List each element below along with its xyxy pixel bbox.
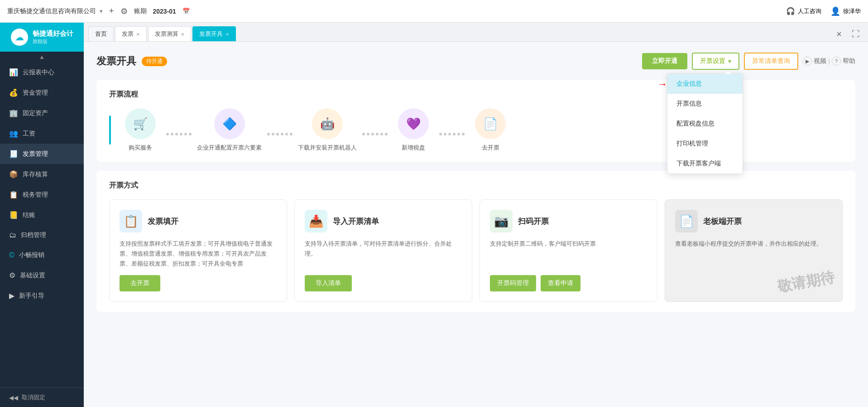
add-company-button[interactable]: + (109, 6, 114, 16)
cancel-fixed-button[interactable]: ◀◀ 取消固定 (0, 388, 84, 407)
sidebar-item-jiezhang-label: 结账 (23, 211, 35, 219)
scan-title: 扫码开票 (518, 216, 549, 227)
calendar-icon[interactable]: 📅 (182, 8, 190, 15)
method-section-title: 开票方式 (109, 181, 843, 190)
user-avatar-icon: 👤 (830, 6, 840, 16)
method-section: 开票方式 📋 发票填开 支持按照发票样式手工填开发票；可开具增值税电子普通发票、… (96, 171, 855, 312)
flow-connector-3 (362, 125, 388, 136)
flow-step-2-icon: 🔷 (214, 108, 245, 139)
flow-connector-2 (267, 125, 293, 136)
sidebar-item-jichushezhi[interactable]: ⚙ 基础设置 (0, 265, 84, 286)
tab-home-label: 首页 (95, 30, 107, 38)
sidebar-item-xiaobaoxiao[interactable]: © 小畅报销 (0, 245, 84, 265)
tab-expand-button[interactable]: ⛶ (848, 29, 863, 39)
logo-text: 畅捷通好会计 (33, 29, 73, 38)
sidebar-item-guidang[interactable]: 🗂 归档管理 (0, 225, 84, 245)
yunbao-icon: 📊 (9, 68, 18, 77)
sidebar-item-shuiwu-label: 税务管理 (23, 191, 48, 199)
headphone-icon: 🎧 (786, 7, 795, 15)
tab-home[interactable]: 首页 (88, 26, 114, 41)
flow-connector-4 (439, 125, 465, 136)
settings-chevron-icon: ▾ (728, 58, 731, 65)
method-card-import: 📥 导入开票清单 支持导入待开票清单，可对待开票清单进行拆分、合并处理。 导入清… (294, 199, 472, 302)
settings-icon[interactable]: ⚙ (120, 6, 128, 16)
tab-fapiaokaigu[interactable]: 发票开具 × (192, 26, 236, 41)
sidebar-item-guding[interactable]: 🏢 固定资产 (0, 103, 84, 123)
fill-goto-button[interactable]: 去开票 (120, 275, 160, 291)
play-icon[interactable]: ▶ (803, 57, 812, 66)
tab-close-all-button[interactable]: × (833, 29, 845, 39)
settings-button[interactable]: 开票设置 ▾ (692, 53, 739, 70)
settings-button-label: 开票设置 (700, 57, 725, 65)
flow-step-3-label: 下载并安装开票机器人 (298, 144, 357, 152)
dropdown-item-xiazai[interactable]: 下载开票客户端 (667, 154, 743, 174)
sidebar-item-zijin[interactable]: 💰 资金管理 (0, 82, 84, 103)
video-label[interactable]: 视频 (814, 57, 826, 65)
period-value: 2023-01 (153, 8, 176, 15)
help-icon[interactable]: ? (832, 57, 841, 66)
import-title: 导入开票清单 (333, 216, 379, 227)
gongzi-icon: 👥 (9, 129, 18, 138)
sidebar-item-gongzi[interactable]: 👥 工资 (0, 123, 84, 144)
cancel-fixed-icon: ◀◀ (9, 394, 18, 401)
flow-step-1-icon: 🛒 (125, 108, 156, 139)
dropdown-arrow-icon (724, 70, 732, 74)
scan-buttons: 开票码管理 查看申请 (490, 275, 647, 291)
dropdown-kaipiao-label: 开票信息 (676, 100, 702, 107)
activate-button[interactable]: 立即开通 (642, 53, 687, 69)
sidebar-item-kucun[interactable]: 📦 库存核算 (0, 164, 84, 184)
scan-icon: 📷 (490, 210, 513, 233)
scan-view-button[interactable]: 查看申请 (541, 275, 580, 291)
import-button[interactable]: 导入清单 (305, 275, 352, 291)
dropdown-dayinji-label: 打印机管理 (676, 140, 708, 147)
tab-fapiaocesuan-close[interactable]: × (181, 31, 185, 38)
fill-icon: 📋 (120, 210, 142, 233)
tab-fapiaocesuan-label: 发票测算 (155, 30, 178, 38)
import-icon: 📥 (305, 210, 327, 233)
fill-desc: 支持按照发票样式手工填开发票；可开具增值税电子普通发票、增值税普通发票、增值税专… (120, 239, 277, 269)
period-label: 账期 (134, 7, 147, 15)
settings-dropdown: → 企业信息 开票信息 配置税盘信息 打印机管理 下 (667, 73, 743, 174)
dropdown-item-kaipiao[interactable]: 开票信息 (667, 94, 743, 114)
flow-step-5: 📄 去开票 (470, 108, 511, 152)
xinshoudayin-icon: ▶ (9, 291, 14, 300)
main-layout: ☁ 畅捷通好会计 旗舰版 ▲ 📊 云报表中心 💰 资金管理 🏢 固定资产 (0, 23, 868, 407)
flow-connector-1 (166, 125, 192, 136)
user-info[interactable]: 👤 徐泽华 (830, 6, 861, 16)
sidebar-item-shuiwu[interactable]: 📋 税务管理 (0, 184, 84, 205)
sidebar-item-fapiao-label: 发票管理 (23, 150, 48, 158)
tab-fapiaokaigu-label: 发票开具 (199, 30, 223, 38)
tab-fapiao[interactable]: 发票 × (115, 26, 147, 41)
tab-fapiao-label: 发票 (122, 30, 134, 38)
sidebar-item-guding-label: 固定资产 (23, 109, 48, 117)
logo-sub: 旗舰版 (33, 38, 73, 45)
company-selector[interactable]: 重庆畅捷交通信息咨询有限公司 ▾ (7, 7, 103, 15)
service-button[interactable]: 🎧 人工咨询 (786, 7, 821, 15)
tab-fapiaokaigu-close[interactable]: × (225, 31, 229, 38)
tab-fapiao-close[interactable]: × (136, 31, 140, 38)
help-label[interactable]: 帮助 (843, 57, 855, 65)
flow-step-3-icon: 🤖 (312, 108, 343, 139)
xiaobaoxiao-icon: © (9, 251, 14, 259)
sidebar-item-yunbao[interactable]: 📊 云报表中心 (0, 62, 84, 82)
scan-manage-button[interactable]: 开票码管理 (490, 275, 536, 291)
scroll-up-button[interactable]: ▲ (0, 52, 84, 62)
video-help-area: ▶ 视频 | ? 帮助 (803, 57, 855, 66)
dropdown-item-peizhi[interactable]: 配置税盘信息 (667, 114, 743, 134)
dropdown-item-qiye[interactable]: → 企业信息 (667, 74, 743, 94)
sidebar-item-fapiao[interactable]: 🧾 发票管理 (0, 144, 84, 164)
sidebar-item-xiaobaoxiao-label: 小畅报销 (19, 251, 44, 259)
method-cards: 📋 发票填开 支持按照发票样式手工填开发票；可开具增值税电子普通发票、增值税普通… (109, 199, 843, 302)
page-content: 发票开具 待开通 立即开通 开票设置 ▾ 异常清单查询 ▶ 视频 | ? (84, 42, 868, 407)
header-actions: 立即开通 开票设置 ▾ 异常清单查询 ▶ 视频 | ? 帮助 (642, 53, 855, 70)
method-card-fill: 📋 发票填开 支持按照发票样式手工填开发票；可开具增值税电子普通发票、增值税普通… (109, 199, 287, 302)
top-bar: 重庆畅捷交通信息咨询有限公司 ▾ + ⚙ 账期 2023-01 📅 🎧 人工咨询… (0, 0, 868, 23)
sidebar-item-xinshoudayin[interactable]: ▶ 新手引导 (0, 286, 84, 306)
dropdown-item-dayinji[interactable]: 打印机管理 (667, 134, 743, 154)
company-name: 重庆畅捷交通信息咨询有限公司 (7, 7, 96, 15)
tab-fapiaocesuan[interactable]: 发票测算 × (148, 26, 192, 41)
sidebar-item-jiezhang[interactable]: 📒 结账 (0, 205, 84, 225)
sidebar-item-jichushezhi-label: 基础设置 (20, 271, 45, 280)
chevron-down-icon: ▾ (100, 8, 103, 15)
exception-button[interactable]: 异常清单查询 (744, 53, 798, 70)
